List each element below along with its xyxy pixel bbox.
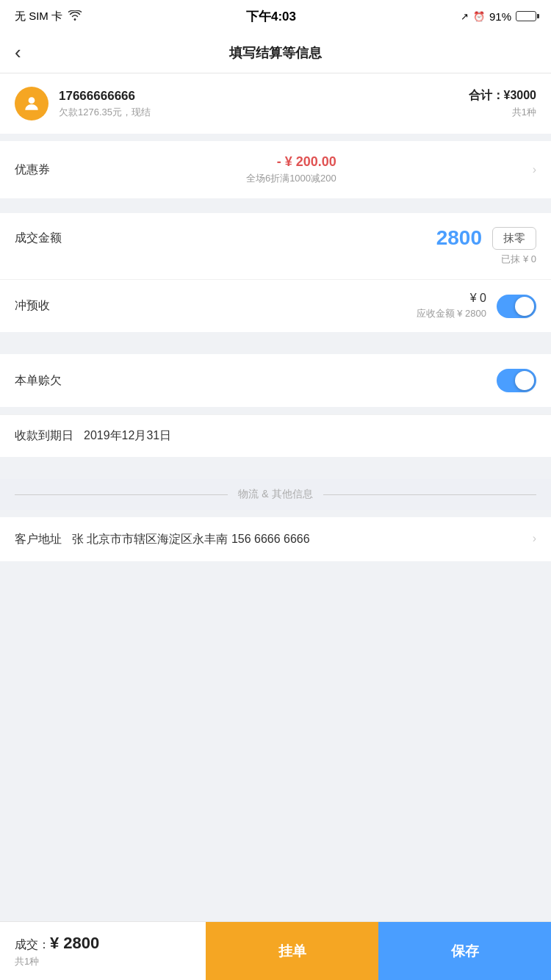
carrier-text: 无 SIM 卡 xyxy=(15,10,62,24)
advance-section: 冲预收 ¥ 0 应收金额 ¥ 2800 xyxy=(0,279,551,332)
due-date-label: 收款到期日 xyxy=(15,428,73,444)
credit-toggle[interactable] xyxy=(497,369,536,392)
customer-details: 17666666666 欠款1276.35元，现结 xyxy=(59,89,469,119)
svg-point-0 xyxy=(29,97,35,104)
total-amount: 合计：¥3000 xyxy=(469,88,537,104)
wifi-icon xyxy=(68,10,82,23)
bottom-transaction-label: 成交：¥ 2800 xyxy=(15,934,191,953)
advance-sub: 应收金额 ¥ 2800 xyxy=(417,307,486,320)
transaction-top: 成交金额 2800 抹零 xyxy=(15,226,536,250)
due-date-value: 2019年12月31日 xyxy=(84,428,171,444)
bottom-sub: 共1种 xyxy=(15,955,191,968)
credit-label: 本单赊欠 xyxy=(15,373,62,389)
divider-line-left xyxy=(15,494,228,495)
logistics-section-label: 物流 & 其他信息 xyxy=(238,488,312,501)
avatar xyxy=(15,87,48,120)
status-right: ↗ ⏰ 91% xyxy=(461,10,536,23)
advance-label: 冲预收 xyxy=(15,298,50,314)
status-left: 无 SIM 卡 xyxy=(15,10,82,24)
bottom-bar: 成交：¥ 2800 共1种 挂单 保存 xyxy=(0,921,551,980)
advance-toggle[interactable] xyxy=(497,295,536,318)
transaction-sub: 已抹 ¥ 0 xyxy=(15,253,536,266)
coupon-label: 优惠券 xyxy=(15,162,50,178)
customer-total: 合计：¥3000 共1种 xyxy=(469,88,537,119)
customer-info-section: 17666666666 欠款1276.35元，现结 合计：¥3000 共1种 xyxy=(0,73,551,134)
page-title: 填写结算等信息 xyxy=(229,44,322,62)
toggle-knob xyxy=(515,297,534,316)
address-label: 客户地址 xyxy=(15,530,62,547)
address-section[interactable]: 客户地址 张 北京市市辖区海淀区永丰南 156 6666 6666 › xyxy=(0,517,551,561)
divider-line-right xyxy=(323,494,536,495)
advance-amount: ¥ 0 xyxy=(417,292,486,305)
gray-divider-3 xyxy=(0,464,551,472)
total-sub: 共1种 xyxy=(469,106,537,119)
coupon-section[interactable]: 优惠券 - ¥ 200.00 全场6折满1000减200 › xyxy=(0,141,551,198)
due-date-section: 收款到期日 2019年12月31日 xyxy=(0,414,551,457)
transaction-amount: 2800 xyxy=(436,226,482,250)
advance-right: ¥ 0 应收金额 ¥ 2800 xyxy=(417,292,536,320)
hang-order-button[interactable]: 挂单 xyxy=(206,922,378,981)
gps-icon: ↗ xyxy=(461,11,469,22)
credit-section: 本单赊欠 xyxy=(0,354,551,407)
coupon-right: - ¥ 200.00 全场6折满1000减200 xyxy=(246,154,336,185)
customer-phone: 17666666666 xyxy=(59,89,469,104)
transaction-section: 成交金额 2800 抹零 已抹 ¥ 0 冲预收 ¥ 0 应收金额 ¥ 2800 xyxy=(0,213,551,332)
coupon-desc: 全场6折满1000减200 xyxy=(246,172,336,185)
advance-values: ¥ 0 应收金额 ¥ 2800 xyxy=(417,292,486,320)
coupon-amount: - ¥ 200.00 xyxy=(246,154,336,170)
save-button[interactable]: 保存 xyxy=(378,922,551,981)
alarm-icon: ⏰ xyxy=(473,11,485,22)
back-button[interactable]: ‹ xyxy=(15,41,21,64)
address-value: 张 北京市市辖区海淀区永丰南 156 6666 6666 xyxy=(72,530,525,548)
chevron-right-icon: › xyxy=(533,163,536,176)
status-bar: 无 SIM 卡 下午4:03 ↗ ⏰ 91% xyxy=(0,0,551,32)
gray-divider-1 xyxy=(0,206,551,213)
content: 17666666666 欠款1276.35元，现结 合计：¥3000 共1种 优… xyxy=(0,73,551,723)
status-time: 下午4:03 xyxy=(246,8,296,25)
round-zero-button[interactable]: 抹零 xyxy=(492,227,536,250)
customer-sub-text: 欠款1276.35元，现结 xyxy=(59,106,469,119)
logistics-divider: 物流 & 其他信息 xyxy=(0,479,551,510)
address-chevron-icon: › xyxy=(533,530,536,545)
nav-bar: ‹ 填写结算等信息 xyxy=(0,32,551,73)
battery-percent: 91% xyxy=(489,10,511,23)
battery-icon xyxy=(516,11,536,21)
empty-area xyxy=(0,569,551,657)
gray-divider-2 xyxy=(0,339,551,347)
bottom-info: 成交：¥ 2800 共1种 xyxy=(0,934,206,968)
transaction-label: 成交金额 xyxy=(15,231,62,246)
credit-toggle-knob xyxy=(515,371,534,390)
